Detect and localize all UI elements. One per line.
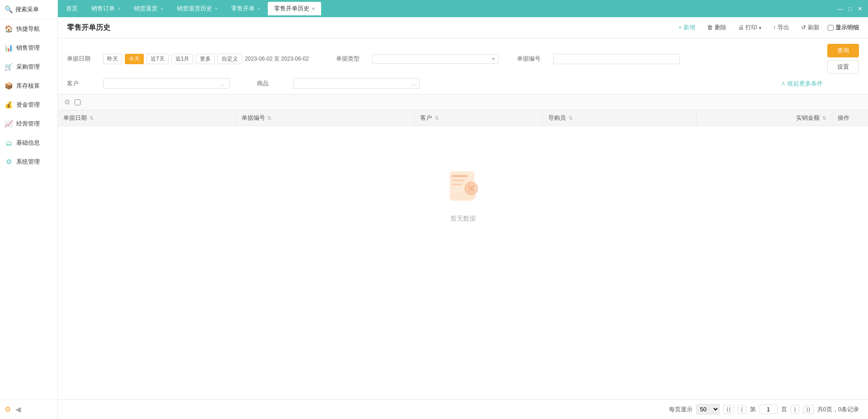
col-customer-label: 客户 xyxy=(420,114,432,121)
sidebar-item-inventory[interactable]: 📦 库存核算 xyxy=(0,76,57,95)
tab-retail-open-history[interactable]: 零售开单历史 × xyxy=(268,2,321,15)
export-button[interactable]: ↑ 导出 xyxy=(769,22,793,33)
empty-icon xyxy=(441,162,486,207)
col-amount-sort-icon[interactable]: ⇅ xyxy=(822,115,826,121)
query-button[interactable]: 查询 xyxy=(827,44,859,57)
display-detail-toggle[interactable]: 显示明细 xyxy=(828,24,859,32)
tab-sales-return-history-close[interactable]: × xyxy=(215,6,218,11)
finance-icon: 💰 xyxy=(5,101,13,109)
sidebar-item-label: 资金管理 xyxy=(16,101,40,109)
col-customer: 客户 ⇅ xyxy=(415,110,543,126)
refresh-button[interactable]: ↺ 刷新 xyxy=(797,22,823,33)
date-btn-more[interactable]: 更多 xyxy=(196,54,215,64)
add-button[interactable]: + 新增 xyxy=(675,22,699,33)
refresh-label: ↺ 刷新 xyxy=(801,24,820,32)
date-label: 单据日期 xyxy=(67,55,94,63)
sys-icon: ⚙ xyxy=(5,158,13,166)
sidebar-item-label: 基础信息 xyxy=(16,139,40,147)
next-page-btn[interactable]: ⟩ xyxy=(791,405,799,414)
sidebar: 🔍 搜索采单 🏠 快捷导航 📊 销售管理 🛒 采购管理 📦 库存核算 💰 资金管… xyxy=(0,0,58,419)
col-action-label: 操作 xyxy=(838,114,849,121)
sidebar-search-label: 搜索采单 xyxy=(15,5,39,14)
tab-sales-return[interactable]: 销货退货 × xyxy=(128,2,169,15)
page-size-select[interactable]: 20 50 100 200 xyxy=(696,404,720,414)
settings-icon[interactable]: ⚙ xyxy=(5,405,11,414)
page-label-suffix: 页 xyxy=(781,405,787,414)
tab-retail-open-history-label: 零售开单历史 xyxy=(274,5,309,13)
window-maximize-btn[interactable]: □ xyxy=(849,5,852,12)
print-label: 🖨 打印 xyxy=(738,24,758,32)
tab-sales-return-label: 销货退货 xyxy=(134,5,157,13)
sidebar-item-label: 销售管理 xyxy=(16,44,40,52)
tab-sales-order[interactable]: 销售订单 × xyxy=(85,2,127,15)
sidebar-item-basic-info[interactable]: 🗂 基础信息 xyxy=(0,133,57,152)
table-header-row: 单据日期 ⇅ 单据编号 ⇅ 客户 ⇅ 导购员 ⇅ xyxy=(58,110,868,126)
tab-home[interactable]: 首页 xyxy=(60,2,84,15)
date-btn-yesterday[interactable]: 昨天 xyxy=(103,54,122,64)
tab-retail-open-history-close[interactable]: × xyxy=(312,6,315,11)
customer-ellipsis-icon[interactable]: ... xyxy=(221,80,226,87)
sidebar-item-sys-mgmt[interactable]: ⚙ 系统管理 xyxy=(0,152,57,171)
goods-input[interactable] xyxy=(297,80,411,87)
col-date-sort-icon[interactable]: ⇅ xyxy=(90,115,94,121)
sidebar-search[interactable]: 🔍 搜索采单 xyxy=(0,0,57,19)
display-detail-checkbox[interactable] xyxy=(828,25,834,31)
date-btn-today[interactable]: 今天 xyxy=(125,54,144,64)
sidebar-item-purchase-mgmt[interactable]: 🛒 采购管理 xyxy=(0,57,57,76)
collapse-label: ∧ 收起更多条件 xyxy=(781,80,823,88)
type-select[interactable]: ▾ xyxy=(372,54,499,64)
print-button[interactable]: 🖨 打印 ▾ xyxy=(735,22,765,33)
sidebar-item-label: 采购管理 xyxy=(16,63,40,71)
tab-sales-return-history[interactable]: 销货退货历史 × xyxy=(171,2,224,15)
col-guide-sort-icon[interactable]: ⇅ xyxy=(569,115,573,121)
tab-retail-open-close[interactable]: × xyxy=(257,6,260,11)
filter-section: 单据日期 昨天 今天 近7天 近1月 更多 自定义 2023-06-02 至 2… xyxy=(58,38,868,94)
first-page-btn[interactable]: ⟨⟨ xyxy=(723,405,734,414)
date-buttons: 昨天 今天 近7天 近1月 更多 自定义 2023-06-02 至 2023-0… xyxy=(103,54,309,64)
page-label-prefix: 第 xyxy=(750,405,756,414)
collapse-sidebar-icon[interactable]: ◀ xyxy=(15,405,21,414)
delete-label: 🗑 删除 xyxy=(707,24,726,32)
col-amount-label: 实销金额 xyxy=(796,114,820,121)
date-btn-custom[interactable]: 自定义 xyxy=(218,54,242,64)
search-icon: 🔍 xyxy=(5,5,13,14)
tab-sales-return-close[interactable]: × xyxy=(160,6,163,11)
type-label: 单据类型 xyxy=(336,55,363,63)
sidebar-item-label: 系统管理 xyxy=(16,158,40,166)
window-close-btn[interactable]: ✕ xyxy=(858,5,863,12)
collapse-button[interactable]: ∧ 收起更多条件 xyxy=(781,80,859,88)
settings-button[interactable]: 设置 xyxy=(827,60,859,74)
sidebar-item-operations[interactable]: 📈 经营管理 xyxy=(0,114,57,133)
col-number-label: 单据编号 xyxy=(242,114,265,121)
svg-rect-3 xyxy=(452,179,465,181)
sidebar-item-quick-nav[interactable]: 🏠 快捷导航 xyxy=(0,19,57,38)
number-input-container xyxy=(553,54,680,64)
data-table: 单据日期 ⇅ 单据编号 ⇅ 客户 ⇅ 导购员 ⇅ xyxy=(58,110,868,126)
window-minimize-btn[interactable]: — xyxy=(837,5,843,12)
date-btn-1month[interactable]: 近1月 xyxy=(171,54,194,64)
number-input[interactable] xyxy=(557,56,676,62)
delete-button[interactable]: 🗑 删除 xyxy=(703,22,730,33)
page-number-input[interactable] xyxy=(759,405,778,414)
print-dropdown-icon[interactable]: ▾ xyxy=(759,25,761,30)
date-btn-7days[interactable]: 近7天 xyxy=(147,54,169,64)
page-header: 零售开单历史 + 新增 🗑 删除 🖨 打印 ▾ ↑ 导出 ↺ 刷新 xyxy=(58,17,868,38)
sidebar-item-finance[interactable]: 💰 资金管理 xyxy=(0,95,57,114)
action-buttons: 查询 设置 xyxy=(827,44,859,74)
col-amount: 实销金额 ⇅ xyxy=(696,110,832,126)
tab-sales-order-close[interactable]: × xyxy=(118,6,120,11)
prev-page-btn[interactable]: ⟨ xyxy=(738,405,746,414)
customer-input[interactable] xyxy=(107,80,221,87)
sidebar-item-sales-mgmt[interactable]: 📊 销售管理 xyxy=(0,38,57,57)
col-customer-sort-icon[interactable]: ⇅ xyxy=(435,115,439,121)
col-number-sort-icon[interactable]: ⇅ xyxy=(267,115,271,121)
select-all-checkbox[interactable] xyxy=(75,99,81,105)
basic-info-icon: 🗂 xyxy=(5,139,13,147)
total-info: 共0页，0条记录 xyxy=(817,405,859,414)
last-page-btn[interactable]: ⟩⟩ xyxy=(803,405,814,414)
table-gear-icon[interactable]: ⚙ xyxy=(64,98,70,106)
pagination: 每页显示 20 50 100 200 ⟨⟨ ⟨ 第 页 ⟩ ⟩⟩ 共0页，0条记… xyxy=(58,399,868,419)
add-label: + 新增 xyxy=(678,24,695,32)
goods-ellipsis-icon[interactable]: ... xyxy=(411,80,416,87)
tab-retail-open[interactable]: 零售开单 × xyxy=(225,2,266,15)
